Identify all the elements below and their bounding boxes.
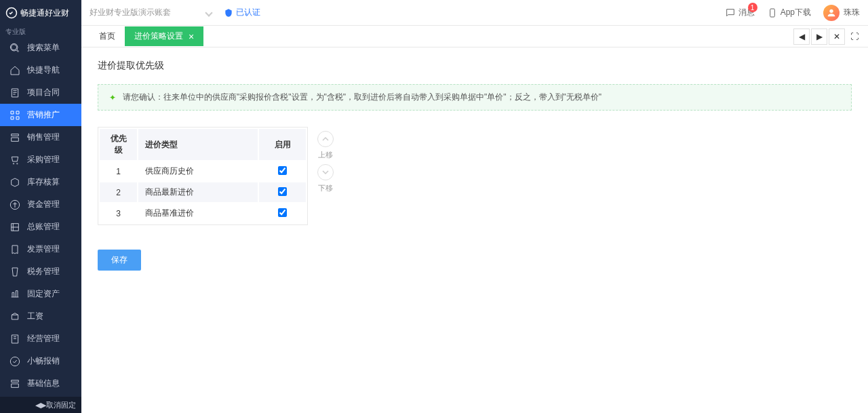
org-selector[interactable]: 好业财专业版演示账套 <box>90 7 212 18</box>
cell-priority: 3 <box>100 203 137 223</box>
app-download-label: App下载 <box>781 7 811 18</box>
sidebar-item-label: 采购管理 <box>27 154 60 165</box>
tab-home[interactable]: 首页 <box>90 26 125 46</box>
funds-icon <box>9 199 20 210</box>
sidebar-item-label: 总账管理 <box>27 221 60 233</box>
sidebar-item-label: 营销推广 <box>27 109 60 121</box>
sidebar-item-ledger[interactable]: 总账管理 <box>0 216 81 238</box>
sidebar-item-label: 销售管理 <box>27 132 60 143</box>
tab-active-label: 进价策略设置 <box>134 31 183 42</box>
col-priority: 优先级 <box>100 129 137 160</box>
sidebar-item-reimburse[interactable]: 小畅报销 <box>0 350 81 372</box>
table-row[interactable]: 2商品最新进价 <box>100 182 306 202</box>
cell-priority: 1 <box>100 161 137 181</box>
table-row[interactable]: 1供应商历史价 <box>100 161 306 181</box>
table-row[interactable]: 3商品基准进价 <box>100 203 306 223</box>
sidebar-item-label: 快捷导航 <box>27 64 60 76</box>
move-up-button[interactable] <box>317 131 334 147</box>
sidebar-item-label: 经营管理 <box>27 333 60 345</box>
tab-close-icon[interactable]: × <box>189 31 194 42</box>
sidebar-item-label: 项目合同 <box>27 87 60 98</box>
sidebar-item-salary[interactable]: 工资 <box>0 305 81 328</box>
cell-enabled <box>259 203 306 223</box>
save-button[interactable]: 保存 <box>98 250 141 271</box>
sidebar-item-label: 税务管理 <box>27 266 60 277</box>
assets-icon <box>9 289 20 300</box>
sidebar-item-inventory[interactable]: 库存核算 <box>0 171 81 193</box>
verified-label: 已认证 <box>236 7 260 18</box>
ledger-icon <box>9 222 20 233</box>
operations-icon <box>9 334 20 345</box>
sidebar-item-base[interactable]: 基础信息 <box>0 372 81 395</box>
chevron-down-icon <box>205 9 212 16</box>
brand-edition: 专业版 <box>0 27 81 37</box>
logo-icon <box>5 7 18 19</box>
sidebar-item-label: 搜索菜单 <box>27 42 60 54</box>
tax-icon <box>9 267 20 277</box>
marketing-icon <box>9 110 20 121</box>
fullscreen-button[interactable]: ⛶ <box>846 28 863 45</box>
priority-table: 优先级 进价类型 启用 1供应商历史价2商品最新进价3商品基准进价 <box>98 127 308 225</box>
alert-text: 请您确认：往来单位中的供应商"采购报价含税"设置，为"含税"，取到进价后将自动带… <box>123 92 601 103</box>
sidebar-item-search[interactable]: 搜索菜单 <box>0 37 81 59</box>
cell-enabled <box>259 161 306 181</box>
chevron-up-icon <box>322 136 329 142</box>
home-icon <box>9 65 20 76</box>
search-icon <box>9 43 20 54</box>
contract-icon <box>9 87 20 98</box>
svg-rect-1 <box>770 9 774 17</box>
sidebar-item-tax[interactable]: 税务管理 <box>0 260 81 283</box>
cell-type: 商品最新进价 <box>138 182 258 202</box>
move-down-button[interactable] <box>317 164 334 180</box>
org-selector-label: 好业财专业版演示账套 <box>90 7 171 18</box>
sidebar-item-funds[interactable]: 资金管理 <box>0 193 81 216</box>
enable-checkbox[interactable] <box>278 187 287 196</box>
tabs-close-button[interactable]: ✕ <box>829 28 845 45</box>
salary-icon <box>9 311 20 322</box>
col-type: 进价类型 <box>138 129 258 160</box>
sidebar-item-assets[interactable]: 固定资产 <box>0 283 81 305</box>
user-name: 珠珠 <box>844 7 860 18</box>
pin-toggle[interactable]: ◀▶ 取消固定 <box>0 397 81 413</box>
cell-type: 供应商历史价 <box>138 161 258 181</box>
sidebar: 畅捷通好业财 专业版 搜索菜单快捷导航项目合同营销推广销售管理采购管理库存核算资… <box>0 0 81 413</box>
enable-checkbox[interactable] <box>278 166 287 175</box>
messages-badge: 1 <box>748 3 757 12</box>
sidebar-item-label: 小畅报销 <box>27 355 60 367</box>
brand-logo: 畅捷通好业财 <box>0 0 81 26</box>
sidebar-item-label: 工资 <box>27 311 43 322</box>
tabs-bar: 首页 进价策略设置 × ◀ ▶ ✕ ⛶ <box>81 26 868 47</box>
messages-button[interactable]: 消息 1 <box>725 7 755 18</box>
page-title: 进价提取优先级 <box>98 60 852 72</box>
sidebar-item-label: 库存核算 <box>27 176 60 188</box>
enable-checkbox[interactable] <box>278 208 287 217</box>
sidebar-item-sales[interactable]: 销售管理 <box>0 126 81 149</box>
sidebar-item-marketing[interactable]: 营销推广 <box>0 104 81 126</box>
verified-badge: 已认证 <box>224 7 260 18</box>
sidebar-item-contract[interactable]: 项目合同 <box>0 81 81 104</box>
avatar <box>823 5 840 21</box>
cell-type: 商品基准进价 <box>138 203 258 223</box>
user-menu[interactable]: 珠珠 <box>823 5 860 21</box>
move-up-label: 上移 <box>318 150 333 160</box>
move-down-label: 下移 <box>318 183 333 193</box>
sidebar-item-label: 发票管理 <box>27 243 60 255</box>
info-alert: ✦ 请您确认：往来单位中的供应商"采购报价含税"设置，为"含税"，取到进价后将自… <box>98 84 852 111</box>
chevron-down-icon <box>322 169 329 176</box>
sidebar-item-purchase[interactable]: 采购管理 <box>0 149 81 171</box>
message-icon <box>725 7 736 18</box>
tabs-prev-button[interactable]: ◀ <box>793 28 810 45</box>
tabs-next-button[interactable]: ▶ <box>811 28 827 45</box>
sidebar-item-label: 固定资产 <box>27 288 60 300</box>
sidebar-item-invoice[interactable]: 发票管理 <box>0 238 81 260</box>
sidebar-item-home[interactable]: 快捷导航 <box>0 59 81 81</box>
sidebar-item-label: 基础信息 <box>27 378 60 389</box>
invoice-icon <box>9 244 20 255</box>
app-download-button[interactable]: App下载 <box>767 7 811 18</box>
tab-active[interactable]: 进价策略设置 × <box>125 26 203 46</box>
reimburse-icon <box>9 356 20 367</box>
sidebar-item-operations[interactable]: 经营管理 <box>0 328 81 350</box>
sidebar-item-label: 资金管理 <box>27 199 60 210</box>
inventory-icon <box>9 177 20 188</box>
cell-enabled <box>259 182 306 202</box>
